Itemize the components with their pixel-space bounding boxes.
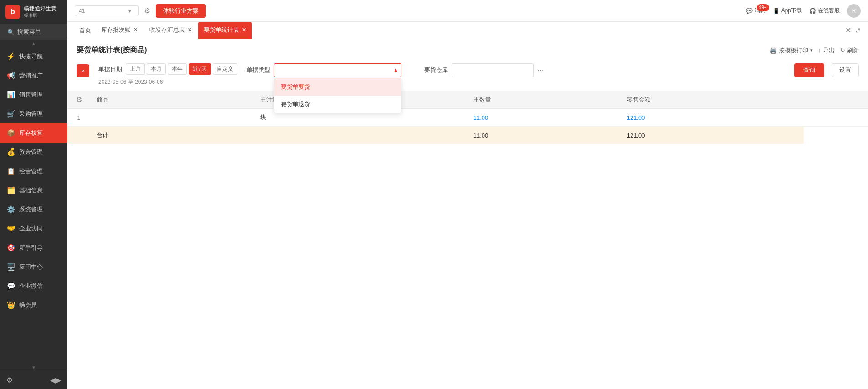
date-btn-current[interactable]: 本月 — [147, 63, 166, 75]
wechat-icon: 💬 — [6, 282, 15, 291]
select-option-order[interactable]: 要货单要货 — [274, 78, 401, 96]
logo-icon: b — [5, 5, 20, 19]
guide-icon: 🎯 — [6, 243, 15, 252]
footer-empty — [67, 127, 90, 144]
tab-label: 收发存汇总表 — [149, 26, 185, 34]
filter-toggle-button[interactable]: » — [77, 64, 89, 77]
export-button[interactable]: ↑ 导出 — [818, 46, 835, 55]
tab-receive-summary[interactable]: 收发存汇总表 ✕ — [144, 22, 197, 39]
topbar: 41 ▼ ⚙ 体验行业方案 💬 消息 99+ 📱 App下载 🎧 在线客服 — [67, 0, 868, 22]
select-option-return[interactable]: 要货单退货 — [274, 96, 401, 113]
message-badge: 99+ — [757, 4, 769, 11]
warehouse-label: 要货仓库 — [424, 66, 448, 74]
row-product — [90, 109, 254, 127]
sidebar-nav: ⚡ 快捷导航 📢 营销推广 📊 销售管理 🛒 采购管理 📦 库存核算 💰 资金管… — [0, 47, 67, 363]
col-quantity: 主数量 — [467, 91, 621, 109]
sidebar-item-member[interactable]: 👑 畅会员 — [0, 296, 67, 315]
date-btn-up[interactable]: 上月 — [126, 63, 145, 75]
col-settings[interactable]: ⚙ — [67, 91, 90, 109]
download-icon: 📱 — [773, 8, 780, 14]
tab-close-icon[interactable]: ✕ — [188, 27, 192, 33]
more-filters-icon[interactable]: ··· — [537, 66, 544, 74]
settings-icon[interactable]: ⚙ — [6, 376, 13, 384]
sidebar-item-wechat[interactable]: 💬 企业微信 — [0, 276, 67, 296]
service-icon: 🎧 — [809, 8, 816, 14]
refresh-button[interactable]: ↻ 刷新 — [840, 46, 859, 55]
tab-home[interactable]: 首页 — [75, 22, 96, 39]
setting-button[interactable]: 设置 — [832, 63, 859, 77]
close-all-icon[interactable]: ✕ — [845, 26, 851, 35]
table-settings-icon[interactable]: ⚙ — [76, 96, 82, 103]
collapse-icon[interactable]: ◀▶ — [50, 376, 61, 384]
sidebar-item-shortcut[interactable]: ⚡ 快捷导航 — [0, 47, 67, 66]
sidebar-search[interactable]: 🔍 搜索菜单 — [0, 24, 67, 40]
filter-bar: » 单据日期 上月 本月 本年 近7天 自定义 2023-05-06 至 202… — [67, 59, 868, 91]
tab-inventory-batch[interactable]: 库存批次账 ✕ — [96, 22, 143, 39]
type-select-container: ▲ 要货单要货 要货单退货 — [274, 63, 401, 77]
sidebar-item-purchase[interactable]: 🛒 采购管理 — [0, 104, 67, 123]
sidebar-item-label: 企业协同 — [19, 225, 43, 233]
amount-link[interactable]: 121.00 — [627, 114, 645, 121]
sidebar-item-inventory[interactable]: 📦 库存核算 — [0, 123, 67, 143]
app-logo: b 畅捷通好生意 标准版 — [0, 0, 67, 24]
message-item[interactable]: 💬 消息 99+ — [746, 7, 765, 15]
quantity-link[interactable]: 11.00 — [473, 114, 488, 121]
base-icon: 🗂️ — [6, 186, 15, 195]
date-range-display: 2023-05-06 至 2023-06-06 — [98, 78, 237, 86]
user-avatar[interactable]: R — [847, 4, 861, 18]
sidebar: b 畅捷通好生意 标准版 🔍 搜索菜单 ▲ ⚡ 快捷导航 📢 营销推广 📊 销售… — [0, 0, 67, 389]
date-filter-row: 单据日期 上月 本月 本年 近7天 自定义 — [98, 63, 237, 75]
sidebar-item-appstore[interactable]: 🖥️ 应用中心 — [0, 257, 67, 276]
sidebar-item-finance[interactable]: 💰 资金管理 — [0, 143, 67, 162]
scroll-up-arrow[interactable]: ▲ — [0, 40, 67, 47]
app-download-item[interactable]: 📱 App下载 — [773, 7, 802, 15]
app-download-label: App下载 — [781, 7, 802, 15]
date-btn-year[interactable]: 本年 — [168, 63, 187, 75]
main-area: 41 ▼ ⚙ 体验行业方案 💬 消息 99+ 📱 App下载 🎧 在线客服 — [67, 0, 868, 389]
page-content: 要货单统计表(按商品) 🖨️ 按模板打印 ▾ ↑ 导出 ↻ 刷新 — [67, 39, 868, 389]
sidebar-item-system[interactable]: ⚙️ 系统管理 — [0, 200, 67, 219]
online-service-item[interactable]: 🎧 在线客服 — [809, 7, 840, 15]
tab-label: 库存批次账 — [101, 26, 131, 34]
type-select-arrow-icon: ▲ — [393, 67, 399, 73]
date-filter-group: 单据日期 上月 本月 本年 近7天 自定义 2023-05-06 至 2023-… — [98, 63, 237, 86]
purchase-icon: 🛒 — [6, 109, 15, 118]
table-header-row: ⚙ 商品 主计量单位 主数量 零售金额 — [67, 91, 868, 109]
scroll-down-arrow[interactable]: ▼ — [0, 363, 67, 371]
business-icon: 📋 — [6, 167, 15, 176]
topbar-right: 💬 消息 99+ 📱 App下载 🎧 在线客服 R — [746, 4, 861, 18]
query-button[interactable]: 查询 — [794, 63, 824, 77]
sidebar-item-marketing[interactable]: 📢 营销推广 — [0, 66, 67, 85]
sidebar-item-business[interactable]: 📋 经营管理 — [0, 162, 67, 181]
print-button[interactable]: 🖨️ 按模板打印 ▾ — [770, 46, 813, 55]
sidebar-item-guide[interactable]: 🎯 新手引导 — [0, 238, 67, 257]
tabs-actions: ✕ ⤢ — [845, 26, 861, 35]
print-icon: 🖨️ — [770, 47, 777, 54]
tabs-bar: 首页 库存批次账 ✕ 收发存汇总表 ✕ 要货单统计表 ✕ ✕ ⤢ — [67, 22, 868, 39]
row-index: 1 — [67, 109, 90, 127]
footer-quantity: 11.00 — [467, 127, 621, 144]
trial-button[interactable]: 体验行业方案 — [156, 4, 206, 18]
shortcut-icon: ⚡ — [6, 52, 15, 61]
data-table: ⚙ 商品 主计量单位 主数量 零售金额 1 — [67, 91, 868, 144]
sidebar-item-base[interactable]: 🗂️ 基础信息 — [0, 181, 67, 200]
topbar-left: 41 ▼ ⚙ 体验行业方案 — [75, 4, 206, 18]
online-service-label: 在线客服 — [818, 7, 840, 15]
type-select-display[interactable]: ▲ — [274, 63, 401, 77]
tab-close-icon[interactable]: ✕ — [134, 27, 138, 33]
tab-order-summary[interactable]: 要货单统计表 ✕ — [198, 22, 252, 39]
sidebar-item-sales[interactable]: 📊 销售管理 — [0, 85, 67, 104]
tab-close-icon[interactable]: ✕ — [242, 27, 246, 33]
sidebar-item-enterprise[interactable]: 🤝 企业协同 — [0, 219, 67, 238]
tab-label: 要货单统计表 — [204, 26, 239, 34]
col-product: 商品 — [90, 91, 254, 109]
filter-expand-icon: » — [81, 67, 85, 74]
gear-icon[interactable]: ⚙ — [144, 6, 150, 15]
store-selector[interactable]: 41 ▼ — [75, 5, 139, 16]
appstore-icon: 🖥️ — [6, 262, 15, 271]
date-btn-custom[interactable]: 自定义 — [213, 63, 237, 75]
warehouse-input[interactable] — [452, 63, 534, 77]
date-btn-7days[interactable]: 近7天 — [189, 63, 211, 75]
sidebar-bottom: ⚙ ◀▶ — [0, 371, 67, 389]
expand-window-icon[interactable]: ⤢ — [855, 26, 861, 35]
